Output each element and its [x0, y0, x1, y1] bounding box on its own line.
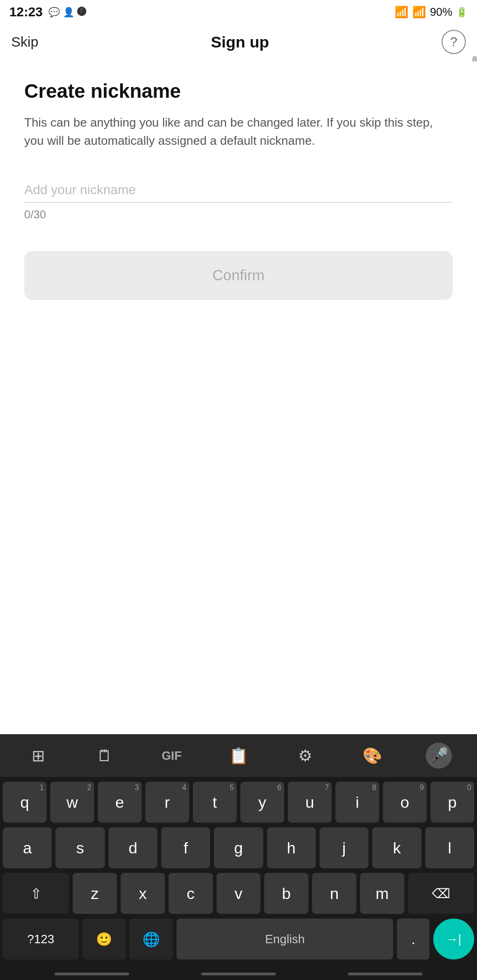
key-z[interactable]: z [73, 873, 117, 914]
key-x[interactable]: x [121, 873, 165, 914]
key-v[interactable]: v [217, 873, 261, 914]
clipboard-icon: 📋 [229, 746, 248, 765]
emoji-key[interactable]: 🙂 [82, 919, 126, 960]
key-u[interactable]: 7 u [288, 782, 332, 823]
keyboard-toolbar: ⊞ 🗒 GIF 📋 ⚙ 🎨 🎤 [0, 734, 477, 777]
key-f[interactable]: f [161, 827, 210, 868]
help-icon: ? [450, 34, 457, 49]
key-q[interactable]: 1 q [3, 782, 47, 823]
key-t[interactable]: 5 t [193, 782, 237, 823]
key-e[interactable]: 3 e [98, 782, 142, 823]
gesture-line-1 [55, 973, 129, 975]
key-row-3: ⇧ z x c v b n m ⌫ [3, 873, 474, 914]
globe-key[interactable]: 🌐 [129, 919, 173, 960]
main-content: Create nickname This can be anything you… [0, 61, 477, 300]
settings-icon: ⚙ [298, 746, 312, 765]
gesture-bar [0, 966, 477, 980]
key-c[interactable]: c [169, 873, 213, 914]
key-h[interactable]: h [267, 827, 316, 868]
backspace-key[interactable]: ⌫ [408, 873, 474, 914]
help-button[interactable]: ? [442, 30, 466, 54]
key-row-1: 1 q 2 w 3 e 4 r 5 t 6 y [3, 782, 474, 823]
status-time: 12:23 [9, 5, 43, 20]
key-l[interactable]: l [425, 827, 474, 868]
signal-icon: 📶 [412, 6, 426, 19]
key-row-2: a s d f g h j k l [3, 827, 474, 868]
key-b[interactable]: b [264, 873, 308, 914]
mic-icon: 🎤 [429, 746, 449, 765]
keyboard-settings-button[interactable]: ⚙ [292, 743, 318, 769]
palette-icon: 🎨 [362, 746, 382, 765]
header: Skip Sign up ? [0, 22, 477, 61]
keyboard-mic-button[interactable]: 🎤 [426, 743, 452, 769]
key-y[interactable]: 6 y [240, 782, 284, 823]
globe-icon: 🌐 [143, 931, 160, 947]
key-i[interactable]: 8 i [335, 782, 379, 823]
key-p[interactable]: 0 p [430, 782, 474, 823]
key-o[interactable]: 9 o [383, 782, 427, 823]
emoji-icon: 🙂 [96, 932, 112, 947]
period-label: . [411, 931, 416, 948]
battery-icon: 🔋 [456, 7, 468, 18]
key-m[interactable]: m [360, 873, 404, 914]
key-row-4: ?123 🙂 🌐 English . →| [3, 919, 474, 960]
space-key[interactable]: English [177, 919, 393, 960]
key-rows: 1 q 2 w 3 e 4 r 5 t 6 y [0, 777, 477, 960]
keyboard-sticker-button[interactable]: 🗒 [92, 743, 118, 769]
confirm-button[interactable]: Confirm [24, 251, 453, 300]
key-r[interactable]: 4 r [145, 782, 189, 823]
enter-key[interactable]: →| [433, 919, 474, 960]
keyboard: ⊞ 🗒 GIF 📋 ⚙ 🎨 🎤 1 q 2 [0, 734, 477, 980]
status-right: 📶 📶 90% 🔋 [395, 6, 468, 19]
nickname-input-area: 0/30 [24, 178, 453, 221]
nickname-input[interactable] [24, 178, 453, 203]
key-d[interactable]: d [109, 827, 157, 868]
key-s[interactable]: s [55, 827, 104, 868]
char-count: 0/30 [24, 208, 453, 221]
keyboard-clipboard-button[interactable]: 📋 [225, 743, 252, 769]
key-a[interactable]: a [3, 827, 52, 868]
skip-button[interactable]: Skip [11, 34, 38, 50]
key-g[interactable]: g [214, 827, 263, 868]
gif-label: GIF [162, 749, 182, 763]
shift-key[interactable]: ⇧ [3, 873, 69, 914]
key-w[interactable]: 2 w [50, 782, 94, 823]
key-k[interactable]: k [372, 827, 421, 868]
keyboard-gif-button[interactable]: GIF [159, 743, 185, 769]
add-user-icon: 👤 [63, 7, 75, 18]
create-nickname-title: Create nickname [24, 80, 453, 102]
key-j[interactable]: j [320, 827, 368, 868]
facebook-icon: 🅕 [77, 7, 87, 18]
empty-space [0, 300, 477, 421]
enter-icon: →| [446, 932, 462, 946]
gesture-line-3 [348, 973, 422, 975]
battery-label: 90% [430, 6, 452, 19]
keyboard-grid-button[interactable]: ⊞ [25, 743, 51, 769]
whatsapp-icon: 💬 [48, 7, 60, 18]
backspace-icon: ⌫ [432, 886, 450, 901]
status-bar: 12:23 💬 👤 🅕 📶 📶 90% 🔋 [0, 0, 477, 22]
symbol-label: ?123 [27, 932, 55, 946]
symbol-key[interactable]: ?123 [3, 919, 79, 960]
gesture-line-2 [201, 973, 276, 975]
sticker-icon: 🗒 [97, 747, 113, 765]
create-nickname-description: This can be anything you like and can be… [24, 114, 453, 150]
page-title: Sign up [211, 33, 269, 51]
keyboard-palette-button[interactable]: 🎨 [359, 743, 385, 769]
grid-icon: ⊞ [32, 746, 45, 765]
period-key[interactable]: . [397, 919, 429, 960]
wifi-icon: 📶 [395, 6, 409, 19]
key-n[interactable]: n [312, 873, 356, 914]
shift-icon: ⇧ [30, 885, 42, 902]
space-label: English [265, 932, 305, 946]
